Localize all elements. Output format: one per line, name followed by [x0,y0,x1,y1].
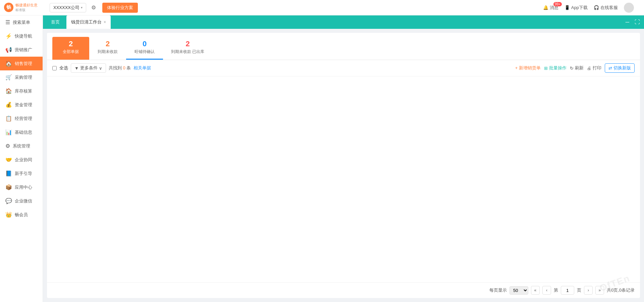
marketing-icon: 📢 [5,47,12,53]
tab-expand-btn[interactable]: ⛶ [633,18,641,26]
chevron-down-icon: ▾ [81,6,83,9]
sidebar-item-label: 资金管理 [15,102,32,108]
app-download-btn[interactable]: 📱 App下载 [565,5,588,11]
sidebar-item-label: 企业微信 [15,198,32,204]
page-prev-btn[interactable]: ‹ [542,286,551,295]
found-text: 共找到 0 条 [109,65,131,71]
page-first-btn[interactable]: « [531,286,540,295]
tab-close-btn[interactable]: × [104,20,106,24]
bell-icon: 🔔 [543,5,548,10]
sidebar-item-base-info[interactable]: 📊 基础信息 [0,125,43,139]
purchase-mgmt-icon: 🛒 [5,74,12,80]
stat-tab-overdue[interactable]: 2 到期未收款 [89,37,126,60]
settings-icon[interactable]: ⚙ [89,3,98,12]
stats-tabs: 2 全部单据 2 到期未收款 0 旺铺待确认 2 到期未收款 已出库 [47,33,640,60]
header-right: 🔔 消息 99+ 📱 App下载 🎧 在线客服 [543,3,640,13]
select-all-label: 全选 [59,65,68,71]
select-all-checkbox[interactable] [52,66,57,70]
stat-tab-wangpu[interactable]: 0 旺铺待确认 [126,37,163,60]
sidebar-item-search-menu[interactable]: ☰ 搜索菜单 [0,15,43,29]
toolbar: 全选 ▼ 更多条件 ∨ 共找到 0 条 相关单据 + 新增销货单 ⊞ 批量操作 [47,60,640,76]
tab-bar: 首页 钱货日清工作台 × ─ ⛶ [43,15,644,29]
logo-sub: 标准版 [15,8,38,12]
page-label-suffix: 页 [577,287,581,293]
stat-tab-all[interactable]: 2 全部单据 [52,37,89,60]
sidebar-item-label: 应用中心 [15,184,32,190]
batch-ops-btn[interactable]: ⊞ 批量操作 [544,65,567,71]
stat-label-all: 全部单据 [63,49,79,55]
sidebar-item-enterprise-wechat[interactable]: 💬 企业微信 [0,194,43,208]
sidebar-item-label: 快捷导航 [15,33,32,39]
sidebar-item-label: 经营管理 [15,116,32,122]
sidebar-item-app-center[interactable]: 📦 应用中心 [0,180,43,194]
page-label-prefix: 第 [554,287,558,293]
app-download-label: App下载 [571,5,588,11]
sidebar-item-newcomer-guide[interactable]: 📘 新手引导 [0,167,43,180]
message-badge: 99+ [553,2,562,6]
page-next-btn[interactable]: › [584,286,593,295]
online-service-label: 在线客服 [600,5,618,11]
filter-label: 更多条件 [80,65,98,71]
chevron-down-icon: ∨ [99,66,102,71]
company-selector[interactable]: XXXXXX公司 ▾ [50,3,86,12]
sidebar-item-label: 销售管理 [15,61,32,67]
switch-new-btn[interactable]: ⇄ 切换新版 [605,63,635,73]
related-records-link[interactable]: 相关单据 [133,65,151,71]
print-label: 打印 [593,65,601,71]
refresh-btn[interactable]: ↻ 刷新 [570,65,584,71]
page-size-select[interactable]: 50 100 200 [509,286,528,295]
pagination-bar: 每页显示 50 100 200 « ‹ 第 页 › » 共0页,0条记录 [47,282,640,298]
sidebar-item-marketing[interactable]: 📢 营销推广 [0,43,43,57]
refresh-label: 刷新 [575,65,584,71]
page-input[interactable] [561,286,574,295]
system-mgmt-icon: ⚙ [5,143,10,149]
avatar[interactable] [624,3,634,13]
logo: 畅 畅捷通好生意 标准版 [4,3,47,12]
refresh-icon: ↻ [570,66,574,71]
page-last-btn[interactable]: » [595,286,604,295]
sidebar-item-inventory[interactable]: 🏠 库存核算 [0,84,43,98]
switch-icon: ⇄ [608,66,612,71]
batch-ops-label: 批量操作 [549,65,567,71]
sidebar-item-label: 企业协同 [15,157,32,163]
operations-icon: 📋 [5,115,12,122]
total-records-label: 共0页,0条记录 [607,287,635,293]
sidebar-item-purchase-mgmt[interactable]: 🛒 采购管理 [0,70,43,84]
switch-new-label: 切换新版 [613,65,631,71]
add-sales-order-btn[interactable]: + 新增销货单 [515,65,541,71]
base-info-icon: 📊 [5,129,12,135]
vip-member-icon: 👑 [5,212,12,218]
sidebar-item-operations[interactable]: 📋 经营管理 [0,112,43,125]
sidebar-item-quick-nav[interactable]: ⚡ 快捷导航 [0,29,43,43]
tab-minimize-btn[interactable]: ─ [624,18,631,26]
per-page-label: 每页显示 [489,287,507,293]
message-btn[interactable]: 🔔 消息 99+ [543,5,558,11]
tab-qianhuoriqing[interactable]: 钱货日清工作台 × [66,15,111,29]
tab-home[interactable]: 首页 [46,15,65,29]
sidebar-item-label: 营销推广 [15,47,32,53]
stat-tab-overdue-shipped[interactable]: 2 到期未收款 已出库 [163,37,212,60]
sidebar-item-sales-mgmt[interactable]: 🏠 销售管理 [0,57,43,70]
inventory-icon: 🏠 [5,88,12,94]
sidebar-item-system-mgmt[interactable]: ⚙ 系统管理 [0,139,43,153]
quick-nav-icon: ⚡ [5,33,12,39]
enterprise-wechat-icon: 💬 [5,198,12,204]
sidebar-item-finance[interactable]: 💰 资金管理 [0,98,43,112]
stat-number-overdue-shipped: 2 [186,40,190,48]
phone-icon: 📱 [565,5,570,10]
stat-label-wangpu: 旺铺待确认 [135,49,155,55]
sidebar-item-vip-member[interactable]: 👑 畅会员 [0,208,43,222]
sidebar-item-enterprise-coop[interactable]: 🤝 企业协同 [0,153,43,167]
sidebar-item-label: 新手引导 [15,171,32,177]
online-service-btn[interactable]: 🎧 在线客服 [594,5,618,11]
logo-title: 畅捷通好生意 [15,3,38,7]
trial-btn[interactable]: 体验行业方案 [102,3,138,13]
newcomer-guide-icon: 📘 [5,170,12,177]
print-btn[interactable]: 🖨 打印 [587,65,601,71]
content-card: 2 全部单据 2 到期未收款 0 旺铺待确认 2 到期未收款 已出库 全选 [47,33,640,298]
top-header: 畅 畅捷通好生意 标准版 XXXXXX公司 ▾ ⚙ 体验行业方案 🔔 消息 99… [0,0,644,15]
more-filter-btn[interactable]: ▼ 更多条件 ∨ [71,63,106,73]
filter-icon: ▼ [74,66,79,71]
toolbar-right: + 新增销货单 ⊞ 批量操作 ↻ 刷新 🖨 打印 ⇄ 切换新版 [515,63,635,73]
tab-label: 钱货日清工作台 [71,19,102,25]
